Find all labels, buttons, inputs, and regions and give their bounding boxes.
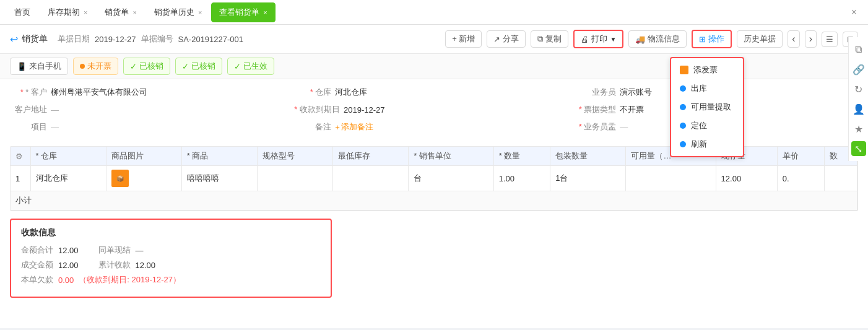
tab-sales-history[interactable]: 销货单历史 ×	[146, 2, 210, 22]
date-value: 2019-12-27	[95, 35, 136, 44]
sidebar-person-icon[interactable]: 👤	[851, 102, 866, 116]
summary-title: 收款信息	[21, 227, 321, 238]
subtotal-label: 小计	[11, 191, 857, 211]
date-label: 单据日期	[58, 33, 90, 45]
new-button[interactable]: + 新增	[445, 30, 482, 48]
th-warehouse: * 仓库	[30, 147, 106, 166]
form-title-text: 销货单	[22, 33, 48, 45]
cumulative-label: 累计收款	[98, 259, 131, 271]
tab-sales-order-label: 销货单	[105, 7, 129, 18]
copy-label: 复制	[545, 33, 562, 45]
tab-sales-order-close[interactable]: ×	[132, 9, 136, 16]
tab-inventory-init-close[interactable]: ×	[84, 9, 87, 16]
avail-extract-label: 可用量提取	[691, 102, 731, 113]
next-button[interactable]: ›	[805, 30, 817, 48]
sidebar-expand-icon[interactable]: ⤡	[851, 141, 866, 156]
th-product-img: 商品图片	[106, 147, 181, 166]
row-price: 0.	[777, 166, 824, 191]
dropdown-refresh[interactable]: 刷新	[671, 135, 743, 154]
owed-item: 本单欠款 0.00 （收款到期日: 2019-12-27）	[21, 274, 181, 285]
customer-field: * * 客户 柳州粤港平安气体有限公司	[10, 87, 289, 98]
sidebar-refresh-icon[interactable]: ↻	[851, 82, 866, 97]
dropdown-avail-extract[interactable]: 可用量提取	[671, 98, 743, 116]
sidebar-copy-icon[interactable]: ⧉	[851, 42, 866, 57]
confirm-button[interactable]: ✓ 已核销	[123, 58, 170, 75]
share-icon: ↗	[493, 35, 500, 44]
row-stock: 12.00	[716, 166, 777, 191]
th-quantity: * 数量	[493, 147, 550, 166]
list-view-button[interactable]: ☰	[822, 32, 838, 47]
confirm-label: 已核销	[139, 61, 163, 72]
right-sidebar: ⧉ 🔗 ↻ 👤 ★ ⤡	[848, 37, 868, 161]
row-product-img: 📦	[106, 166, 181, 191]
th-pack-qty: 包装数量	[550, 147, 626, 166]
owed-note: （收款到期日: 2019-12-27）	[79, 274, 181, 285]
th-min-stock: 最低库存	[333, 147, 409, 166]
salesperson-label: * 业务员盂	[579, 121, 617, 132]
same-order-item: 同单现结 —	[98, 245, 144, 256]
tab-view-sales-close[interactable]: ×	[263, 9, 267, 16]
gear-icon[interactable]: ⚙	[15, 152, 23, 161]
sold-out-label: 已核销	[191, 61, 215, 72]
amount-total-item: 金额合计 12.00	[21, 245, 79, 256]
tab-home[interactable]: 首页	[6, 2, 38, 22]
effective-button[interactable]: ✓ 已生效	[227, 58, 274, 75]
invoice-icon	[680, 66, 688, 74]
dropdown-add-invoice[interactable]: 添发票	[671, 61, 743, 79]
tab-inventory-init[interactable]: 库存期初 ×	[40, 2, 95, 22]
sold-out-button[interactable]: ✓ 已核销	[175, 58, 222, 75]
tab-sales-history-close[interactable]: ×	[198, 9, 202, 16]
address-value: —	[51, 105, 59, 115]
operations-icon: ⊞	[699, 35, 706, 44]
tab-sales-order[interactable]: 销货单 ×	[97, 2, 144, 22]
sidebar-star-icon[interactable]: ★	[851, 121, 866, 136]
dropdown-locate[interactable]: 定位	[671, 116, 743, 135]
same-order-value: —	[136, 246, 144, 255]
customer-value: 柳州粤港平安气体有限公司	[51, 87, 147, 98]
copy-icon: ⧉	[537, 34, 543, 44]
add-note-button[interactable]: + 添加备注	[335, 121, 373, 132]
project-label: 项目	[10, 121, 47, 132]
same-order-label: 同单现结	[98, 245, 131, 256]
sold-out-icon: ✓	[182, 62, 189, 71]
th-spec: 规格型号	[257, 147, 332, 166]
form-title: ↩ 销货单	[10, 33, 48, 45]
row-pack-qty: 1台	[550, 166, 626, 191]
copy-button[interactable]: ⧉ 复制	[531, 30, 568, 48]
transaction-item: 成交金额 12.00	[21, 259, 79, 271]
ticket-type-label: * 票据类型	[579, 104, 617, 115]
subtotal-row: 小计	[11, 191, 857, 211]
from-phone-button[interactable]: 📱 来自手机	[10, 58, 68, 75]
locate-dot-icon	[680, 123, 686, 129]
product-thumbnail: 📦	[111, 170, 129, 187]
customer-label: * * 客户	[10, 87, 47, 98]
window-close-button[interactable]: ×	[846, 7, 862, 18]
share-button[interactable]: ↗ 分享	[487, 30, 526, 48]
print-button[interactable]: 🖨 打印 ▼	[573, 30, 623, 48]
not-open-button[interactable]: 未开票	[73, 58, 118, 75]
dropdown-outbound[interactable]: 出库	[671, 79, 743, 98]
note-field: 备注 + 添加备注	[294, 121, 573, 132]
th-gear: ⚙	[11, 147, 30, 166]
row-min-stock	[333, 166, 409, 191]
add-note-label: 添加备注	[341, 121, 373, 132]
payment-date-field: * 收款到期日 2019-12-27	[294, 104, 573, 115]
share-label: 分享	[503, 33, 519, 45]
operations-dropdown: 添发票 出库 可用量提取 定位 刷新	[670, 57, 744, 157]
operations-button[interactable]: ⊞ 操作	[692, 30, 732, 48]
effective-label: 已生效	[243, 61, 267, 72]
summary-row-2: 成交金额 12.00 累计收款 12.00	[21, 259, 321, 271]
staff-label: 业务员	[579, 87, 616, 98]
note-label: 备注	[294, 121, 331, 132]
locate-label: 定位	[691, 120, 707, 131]
print-label: 打印	[591, 33, 607, 45]
sidebar-link-icon[interactable]: 🔗	[851, 62, 866, 77]
tab-view-sales[interactable]: 查看销货单 ×	[211, 2, 275, 22]
effective-icon: ✓	[234, 62, 241, 71]
history-button[interactable]: 历史单据	[737, 30, 783, 48]
logistics-button[interactable]: 🚚 物流信息	[628, 30, 687, 48]
row-extra	[824, 166, 857, 191]
salesperson-value: —	[620, 123, 628, 132]
prev-button[interactable]: ‹	[788, 30, 799, 48]
payment-date-value: 2019-12-27	[344, 105, 385, 115]
